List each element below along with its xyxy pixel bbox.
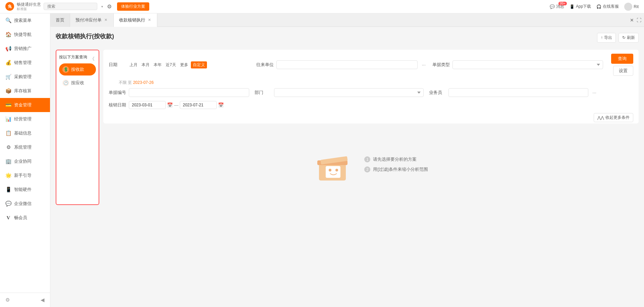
counterparty-ellipsis[interactable]: ···: [420, 62, 427, 67]
refresh-button[interactable]: ↻ 刷新: [619, 33, 639, 43]
tab-maximize-button[interactable]: ⛶: [637, 17, 641, 23]
collapse-up-icon: ⋀⋀: [597, 115, 604, 120]
search-menu-icon: 🔍: [5, 17, 11, 23]
tab-home[interactable]: 首页: [50, 13, 70, 27]
sidebar-item-sales[interactable]: 💰 销售管理: [0, 56, 50, 70]
query-button[interactable]: 查询: [611, 54, 633, 64]
sidebar-item-label: 智能硬件: [14, 187, 32, 193]
top-search-input[interactable]: [44, 3, 97, 10]
settings-icon[interactable]: ⚙: [5, 297, 10, 303]
filter-option-by-receivable[interactable]: 🕐 按应收: [59, 77, 96, 89]
department-select[interactable]: [274, 88, 423, 97]
sidebar-item-guide[interactable]: 🌟 新手引导: [0, 168, 50, 183]
tab-receive[interactable]: 收款核销执行 ✕: [114, 13, 157, 27]
filter-option-receivable-label: 按应收: [71, 80, 84, 86]
tab-actions: ✕ ⛶: [627, 17, 644, 23]
counterparty-label: 往来单位: [256, 62, 274, 68]
sidebar-item-label: 采购管理: [14, 74, 32, 80]
counterparty-input[interactable]: [276, 60, 418, 69]
tab-prepay-close[interactable]: ✕: [104, 17, 108, 23]
filter-option-receipt-label: 按收款: [71, 66, 84, 72]
department-label: 部门: [255, 90, 271, 96]
user-info[interactable]: Rit: [624, 3, 639, 11]
collapse-conditions-button[interactable]: ⋀⋀ 收起更多条件: [594, 113, 633, 122]
sidebar-item-system[interactable]: ⚙ 系统管理: [0, 140, 50, 154]
chevron-down-icon[interactable]: ▾: [101, 5, 103, 8]
empty-state: 1 请先选择要分析的方案 2 用[过滤]条件来缩小分析范围: [103, 123, 639, 205]
sidebar: 🔍 搜索菜单 🏠 快捷导航 📢 营销推广 💰 销售管理 🛒 采购管理 📦: [0, 13, 50, 307]
top-bar: 兔 畅捷通好生意 标准版 ▾ ⚙ 体验行业方案 💬 消息 99+ 📱 App下载…: [0, 0, 644, 13]
date-btn-custom[interactable]: 自定义: [191, 61, 207, 68]
tab-close-button[interactable]: ✕: [630, 17, 634, 23]
export-icon: ↑: [601, 35, 603, 40]
sales-icon: 💰: [5, 60, 11, 66]
sidebar-item-hardware[interactable]: 📱 智能硬件: [0, 183, 50, 197]
filter-collapse-button[interactable]: 《: [89, 56, 96, 62]
sidebar-item-label: 企业微信: [14, 201, 32, 207]
date-btn-last-month[interactable]: 上月: [128, 61, 139, 68]
empty-hints: 1 请先选择要分析的方案 2 用[过滤]条件来缩小分析范围: [364, 156, 428, 172]
date-btn-7days[interactable]: 近7天: [164, 61, 177, 68]
date-label: 日期: [109, 62, 125, 68]
sidebar-item-search-menu[interactable]: 🔍 搜索菜单: [0, 13, 50, 28]
verify-date-end-input[interactable]: [180, 101, 217, 109]
sidebar-item-enterprise[interactable]: 🏢 企业协同: [0, 154, 50, 168]
hint-text-1: 请先选择要分析的方案: [373, 156, 417, 162]
empty-hint-1: 1 请先选择要分析的方案: [364, 156, 428, 162]
tab-prepay[interactable]: 预付冲应付单 ✕: [70, 13, 114, 27]
svg-point-5: [335, 169, 338, 171]
online-service-button[interactable]: 🎧 在线客服: [596, 4, 619, 9]
guide-icon: 🌟: [5, 172, 11, 178]
filter-option-by-receipt[interactable]: 💲 按收款: [59, 63, 96, 75]
tab-receive-close[interactable]: ✕: [147, 17, 152, 23]
staff-input[interactable]: [448, 88, 589, 97]
sidebar-item-wechat[interactable]: 💬 企业微信: [0, 197, 50, 211]
department-field: 部门: [255, 88, 423, 97]
sidebar-item-marketing[interactable]: 📢 营销推广: [0, 42, 50, 56]
empty-hint-2: 2 用[过滤]条件来缩小分析范围: [364, 166, 428, 172]
export-button[interactable]: ↑ 导出: [597, 33, 616, 43]
date-to-text: 至: [128, 80, 133, 85]
sidebar-item-operations[interactable]: 📊 经营管理: [0, 112, 50, 126]
staff-ellipsis[interactable]: ···: [591, 90, 598, 95]
date-btn-more[interactable]: 更多: [179, 61, 190, 68]
calendar-end-icon[interactable]: 📅: [218, 102, 224, 108]
bill-no-input[interactable]: [129, 88, 249, 97]
home-icon: 🏠: [5, 32, 11, 38]
sidebar-item-label: 搜索菜单: [14, 17, 32, 23]
finance-icon: 💳: [5, 102, 11, 108]
brand-version: 标准版: [17, 7, 41, 11]
sidebar-item-label: 系统管理: [14, 144, 32, 150]
date-btn-this-month[interactable]: 本月: [140, 61, 151, 68]
sidebar-bottom: ⚙ ◀: [0, 293, 50, 307]
message-button[interactable]: 💬 消息 99+: [550, 4, 564, 9]
sidebar-menu: 🔍 搜索菜单 🏠 快捷导航 📢 营销推广 💰 销售管理 🛒 采购管理 📦: [0, 13, 50, 293]
content-area: 首页 预付冲应付单 ✕ 收款核销执行 ✕ ✕ ⛶ 收款核销执行(按收款): [50, 13, 644, 307]
date-quick-buttons: 上月 本月 本年 近7天 更多 自定义: [128, 61, 207, 68]
bill-type-select[interactable]: [452, 60, 603, 69]
enterprise-icon: 🏢: [5, 158, 11, 164]
gear-button[interactable]: ⚙: [107, 3, 112, 10]
filter-sidebar-title: 按以下方案查询: [59, 54, 87, 60]
bill-no-field: 单据编号: [109, 88, 249, 97]
sidebar-item-finance[interactable]: 💳 资金管理: [0, 98, 50, 112]
sidebar-item-basic-info[interactable]: 📋 基础信息: [0, 126, 50, 140]
sidebar-item-vip[interactable]: V 畅会员: [0, 211, 50, 225]
sidebar-item-inventory[interactable]: 📦 库存核算: [0, 84, 50, 98]
sidebar-collapse-button[interactable]: ◀: [41, 297, 45, 303]
industry-button[interactable]: 体验行业方案: [117, 2, 149, 11]
sidebar-item-purchase[interactable]: 🛒 采购管理: [0, 70, 50, 84]
verify-date-start-input[interactable]: [129, 101, 166, 109]
settings-button[interactable]: 设置: [613, 66, 633, 76]
tab-receive-label: 收款核销执行: [119, 17, 145, 23]
tab-home-label: 首页: [56, 17, 64, 23]
date-btn-this-year[interactable]: 本年: [152, 61, 163, 68]
brand-logo: 兔: [5, 2, 14, 11]
form-actions: 查询 设置: [611, 54, 633, 76]
empty-illustration: [314, 144, 354, 185]
calendar-start-icon[interactable]: 📅: [167, 102, 173, 108]
sidebar-item-quick-nav[interactable]: 🏠 快捷导航: [0, 28, 50, 42]
app-download-button[interactable]: 📱 App下载: [570, 4, 591, 9]
inventory-icon: 📦: [5, 88, 11, 94]
top-bar-right: 💬 消息 99+ 📱 App下载 🎧 在线客服 Rit: [550, 3, 639, 11]
